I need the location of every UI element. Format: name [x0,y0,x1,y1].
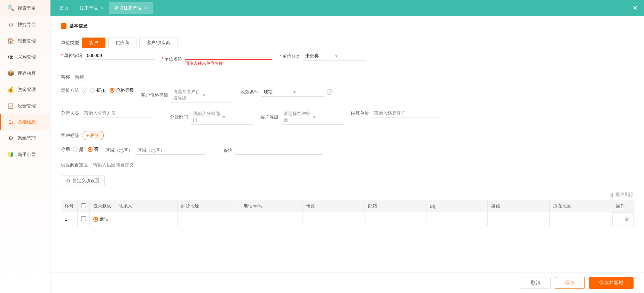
manager-input[interactable] [82,109,151,117]
tab-partner[interactable]: 往来单位 ✕ [74,2,109,14]
payment-terms-help-icon[interactable]: ? [327,89,332,95]
table-body: 1 默认 [61,212,634,226]
area-input[interactable] [135,146,205,155]
unit-type-supplier-button[interactable]: 供应商 [108,38,136,48]
row-fax-input[interactable] [306,217,361,222]
row-checkbox[interactable] [81,216,86,221]
customer-level-select[interactable]: 请选择客户等级 ▾ [281,109,344,125]
basic-info-row: 单位编码 单位名称 请输入往来单位名称 单位分类 未分类 ▾ [61,51,634,66]
custom-settings-button[interactable]: ⚙ 自定义项设置 [61,176,105,186]
row-region-cell[interactable] [550,212,612,226]
customer-price-placeholder: 请选择客户价格等级 [173,89,202,101]
content-area: 基本信息 单位类型 客户 供应商 客户/供应商 单位编码 单位名称 [50,16,644,272]
sidebar-item-purchase[interactable]: 🛍 采购管理 [0,49,50,65]
row-email-cell[interactable] [364,212,426,226]
customer-price-select[interactable]: 请选择客户价格等级 ▾ [171,87,234,103]
sidebar-item-system[interactable]: ⚙ 系统管理 [0,130,50,146]
sidebar-item-search[interactable]: 🔍 搜索菜单 [0,0,50,16]
sidebar-item-newbie[interactable]: 🔰 新手引导 [0,146,50,163]
row-qq-input[interactable] [430,217,484,222]
unit-category-value: 未分类 [305,53,334,59]
close-all-button[interactable]: ✕ [630,3,641,13]
unit-category-select[interactable]: 未分类 ▾ [303,51,366,61]
manager-more-icon[interactable]: ··· [154,111,163,116]
tab-new-partner[interactable]: 新增往来单位 ✕ [109,2,153,14]
delete-row-icon[interactable]: 🗑 [625,217,629,222]
unit-type-row: 单位类型 客户 供应商 客户/供应商 [61,38,634,48]
search-icon: 🔍 [7,5,14,11]
tab-new-partner-close[interactable]: ✕ [144,6,147,10]
row-contact-input[interactable] [119,217,174,222]
customer-level-arrow-icon: ▾ [313,114,342,120]
row-region-input[interactable] [553,217,608,222]
row-wechat-cell[interactable] [488,212,550,226]
save-button[interactable]: 保存 [555,277,585,289]
purchase-icon: 🛍 [7,54,14,60]
sidebar-item-inventory[interactable]: 📦 库存核算 [0,65,50,81]
row-fax-cell[interactable] [303,212,364,226]
select-all-checkbox[interactable] [81,203,86,208]
dept-select[interactable]: 请输入分管部门 ▾ [191,109,253,125]
pricing-discount-radio[interactable]: 折扣 [90,87,105,93]
pricing-help-icon[interactable]: ? [82,88,87,93]
add-tag-button[interactable]: + 标签 [82,131,104,140]
row-default-cell: 默认 [90,212,115,226]
disable-yes-radio[interactable]: 是 [73,146,84,153]
pricing-level-label: 价格等级 [116,87,134,93]
row-address-cell[interactable] [177,212,240,226]
batch-delete-row: 🗑 批量删除 [61,192,634,198]
disable-no-radio[interactable]: 否 [88,146,99,153]
system-icon: ⚙ [7,135,14,141]
col-default: 设为默认 [90,200,115,212]
newbie-icon: 🔰 [7,151,14,158]
payment-terms-select[interactable]: 现结 ▾ [261,87,324,97]
row-wechat-input[interactable] [491,217,546,222]
row-address-input[interactable] [181,217,236,222]
sidebar-item-sales[interactable]: 🏠 销售管理 [0,33,50,49]
row-default-radio[interactable]: 默认 [93,216,111,222]
unit-type-both-button[interactable]: 客户/供应商 [139,38,178,48]
settlement-input[interactable] [372,109,441,117]
tab-partner-close[interactable]: ✕ [100,6,103,10]
pricing-level-radio-circle [110,88,115,93]
shortname-input[interactable] [73,73,142,81]
row-phone-input[interactable] [244,217,299,222]
sidebar: 🔍 搜索菜单 ⊙ 快捷导航 🏠 销售管理 🛍 采购管理 📦 库存核算 💰 资金管… [0,0,50,293]
customer-price-field: 客户价格等级 请选择客户价格等级 ▾ [141,87,234,103]
cancel-button[interactable]: 取消 [521,277,551,289]
sidebar-label-basic: 基础信息 [18,119,36,125]
disable-row: 停用 是 否 区域（地区） ··· 备注 [61,146,634,155]
sidebar-item-quick-nav[interactable]: ⊙ 快捷导航 [0,16,50,33]
tab-home[interactable]: 首页 [54,2,74,14]
sidebar-label-sales: 销售管理 [18,38,36,44]
tag-field: 客户标签 + 标签 [61,131,104,140]
unit-name-input[interactable] [185,51,272,60]
row-qq-cell[interactable] [426,212,488,226]
sidebar-item-finance[interactable]: 💰 资金管理 [0,81,50,98]
sales-icon: 🏠 [7,38,14,44]
manager-row: 分管人员 ··· 分管部门 请输入分管部门 ▾ 客户等级 请选择客户等级 ▾ 结… [61,109,634,125]
unit-category-label: 单位分类 [279,53,300,59]
area-more-icon[interactable]: ··· [208,148,217,153]
note-input[interactable] [235,146,322,155]
settlement-more-icon[interactable]: ··· [444,111,453,116]
row-contact-cell[interactable] [115,212,178,226]
payment-terms-arrow-icon: ▾ [293,89,322,95]
quick-nav-icon: ⊙ [7,21,14,28]
row-phone-cell[interactable] [240,212,303,226]
add-row-icon[interactable]: ＋ [616,215,622,223]
save-new-button[interactable]: 保存并新增 [589,277,634,289]
sidebar-item-basic[interactable]: 🗂 基础信息 [0,114,50,130]
sidebar-item-operation[interactable]: 📋 经营管理 [0,98,50,114]
unit-code-input[interactable] [85,51,155,60]
unit-code-field: 单位编码 [61,51,155,60]
pricing-level-radio[interactable]: 价格等级 [110,87,134,93]
row-email-input[interactable] [368,217,423,222]
supplier-custom-input[interactable] [91,161,188,169]
trash-icon: 🗑 [610,192,614,197]
unit-type-customer-button[interactable]: 客户 [82,38,105,48]
col-checkbox [78,200,90,212]
disable-yes-label: 是 [79,146,84,153]
operation-icon: 📋 [7,103,14,109]
batch-delete-label[interactable]: 批量删除 [615,192,634,198]
